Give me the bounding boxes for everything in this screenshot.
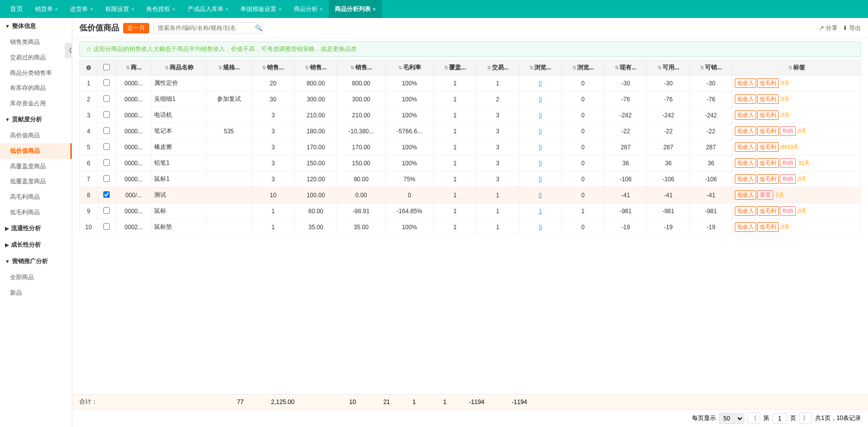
trade-link[interactable]: 0	[539, 128, 542, 135]
row-trade[interactable]: 0	[519, 107, 562, 123]
table-container[interactable]: ⚙ ⇅商... ⇅商品名称 ⇅规格... ⇅销售... ⇅销售... ⇅销售..…	[79, 60, 861, 394]
sidebar-item-sales-products[interactable]: 销售类商品	[0, 34, 72, 50]
nav-product-analysis-list[interactable]: 商品分析列表 ×	[329, 0, 382, 18]
nav-purchase[interactable]: 进货单 ×	[64, 0, 99, 18]
search-input[interactable]	[153, 22, 263, 34]
row-trade[interactable]: 0	[519, 171, 562, 187]
col-code[interactable]: ⇅商...	[115, 60, 152, 75]
row-checkbox[interactable]	[98, 171, 115, 187]
row-checkbox[interactable]	[98, 91, 115, 107]
col-name[interactable]: ⇅商品名称	[152, 60, 206, 75]
col-sales-amount[interactable]: ⇅销售...	[294, 60, 337, 75]
trade-link[interactable]: 1	[539, 208, 542, 215]
nav-close-sales[interactable]: ×	[55, 6, 58, 12]
row-trade[interactable]: 0	[519, 123, 562, 139]
trade-link[interactable]: 0	[539, 144, 542, 151]
row-checkbox[interactable]	[98, 123, 115, 139]
row-trade[interactable]: 0	[519, 219, 562, 235]
page-size-select[interactable]: 50 100 200	[719, 413, 744, 424]
search-icon[interactable]: 🔍	[255, 24, 262, 31]
nav-close-product-analysis-list[interactable]: ×	[373, 6, 376, 12]
sidebar-group-marketing[interactable]: ▼ 营销推广分析	[0, 253, 72, 270]
col-available[interactable]: ⇅可用...	[647, 60, 690, 75]
row-select[interactable]	[103, 207, 110, 214]
nav-template[interactable]: 单据模板设置 ×	[234, 0, 287, 18]
sidebar-group-overall[interactable]: ▼ 整体信息	[0, 18, 72, 34]
nav-close-roles[interactable]: ×	[172, 6, 175, 12]
trade-link[interactable]: 0	[539, 80, 542, 87]
col-browse1[interactable]: ⇅浏览...	[519, 60, 562, 75]
sidebar-group-flow[interactable]: ▶ 流通性分析	[0, 220, 72, 237]
row-select[interactable]	[103, 223, 110, 230]
sidebar-item-traded-products[interactable]: 交易过的商品	[0, 50, 72, 65]
sidebar-item-low-value[interactable]: 低价值商品	[0, 143, 72, 159]
row-trade[interactable]: 0	[519, 155, 562, 171]
row-select[interactable]	[103, 175, 110, 182]
trade-link[interactable]: 0	[539, 112, 542, 119]
nav-roles[interactable]: 角色授权 ×	[140, 0, 181, 18]
sidebar-group-growth[interactable]: ▶ 成长性分析	[0, 237, 72, 253]
export-btn[interactable]: ⬇ 导出	[843, 24, 861, 32]
nav-close-warehouse[interactable]: ×	[225, 6, 228, 12]
nav-close-product-analysis[interactable]: ×	[320, 6, 323, 12]
trade-link[interactable]: 0	[539, 96, 542, 103]
next-page-btn[interactable]: 》	[799, 413, 812, 424]
nav-permissions[interactable]: 权限设置 ×	[99, 0, 140, 18]
col-saleable[interactable]: ⇅可销...	[689, 60, 732, 75]
sidebar-group-contribution[interactable]: ▼ 贡献度分析	[0, 111, 72, 128]
sidebar-item-high-margin[interactable]: 高毛利商品	[0, 189, 72, 205]
row-select[interactable]	[103, 127, 110, 134]
filter-tag-btn[interactable]: 近一月	[123, 23, 149, 33]
sidebar-item-stock-products[interactable]: 有库存的商品	[0, 80, 72, 96]
col-tags[interactable]: ⇅标签	[732, 60, 861, 75]
sidebar-item-low-margin[interactable]: 低毛利商品	[0, 205, 72, 220]
row-select[interactable]	[103, 111, 110, 118]
row-select[interactable]	[103, 95, 110, 102]
row-checkbox[interactable]	[98, 107, 115, 123]
col-settings[interactable]: ⚙	[80, 60, 98, 75]
nav-home[interactable]: 首页	[4, 0, 29, 18]
col-stock[interactable]: ⇅现有...	[604, 60, 647, 75]
sidebar-item-new-products[interactable]: 新品	[0, 285, 72, 301]
sidebar-collapse-btn[interactable]: 《	[65, 43, 72, 58]
row-checkbox[interactable]	[98, 155, 115, 171]
row-select[interactable]	[103, 79, 110, 86]
nav-sales[interactable]: 销货单 ×	[29, 0, 64, 18]
col-coverage[interactable]: ⇅覆盖...	[434, 60, 476, 75]
col-checkbox[interactable]	[98, 60, 115, 75]
row-select[interactable]	[103, 159, 110, 166]
nav-warehouse[interactable]: 产成品入库单 ×	[182, 0, 234, 18]
page-input[interactable]	[772, 414, 787, 424]
row-trade[interactable]: 0	[519, 139, 562, 155]
row-checkbox[interactable]	[98, 203, 115, 219]
sidebar-item-category-sales-rate[interactable]: 商品分类销售率	[0, 65, 72, 81]
sidebar-item-low-coverage[interactable]: 低覆盖度商品	[0, 174, 72, 189]
nav-close-purchase[interactable]: ×	[90, 6, 93, 12]
sidebar-item-inventory-capital[interactable]: 库存资金占用	[0, 96, 72, 111]
row-checkbox[interactable]	[98, 139, 115, 155]
col-sales-qty[interactable]: ⇅销售...	[252, 60, 295, 75]
share-btn[interactable]: ↗ 分享	[819, 24, 838, 32]
select-all-checkbox[interactable]	[103, 64, 110, 70]
nav-close-template[interactable]: ×	[278, 6, 281, 12]
row-select[interactable]	[103, 191, 110, 198]
col-browse2[interactable]: ⇅浏览...	[562, 60, 605, 75]
first-page-btn[interactable]: 《	[747, 413, 760, 424]
row-checkbox[interactable]	[98, 219, 115, 235]
trade-link[interactable]: 0	[539, 224, 542, 231]
trade-link[interactable]: 0	[539, 176, 542, 183]
sidebar-item-high-value[interactable]: 高价值商品	[0, 128, 72, 143]
row-select[interactable]	[103, 143, 110, 150]
trade-link[interactable]: 0	[539, 160, 542, 167]
row-trade[interactable]: 0	[519, 91, 562, 107]
nav-product-analysis[interactable]: 商品分析 ×	[288, 0, 329, 18]
row-trade[interactable]: 0	[519, 187, 562, 203]
row-trade[interactable]: 1	[519, 203, 562, 219]
trade-link[interactable]: 0	[539, 192, 542, 199]
row-checkbox[interactable]	[98, 75, 115, 91]
col-trade[interactable]: ⇅交易...	[476, 60, 519, 75]
col-sales-profit[interactable]: ⇅销售...	[337, 60, 385, 75]
col-spec[interactable]: ⇅规格...	[206, 60, 252, 75]
nav-close-permissions[interactable]: ×	[131, 6, 134, 12]
col-gross-rate[interactable]: ⇅毛利率	[385, 60, 434, 75]
